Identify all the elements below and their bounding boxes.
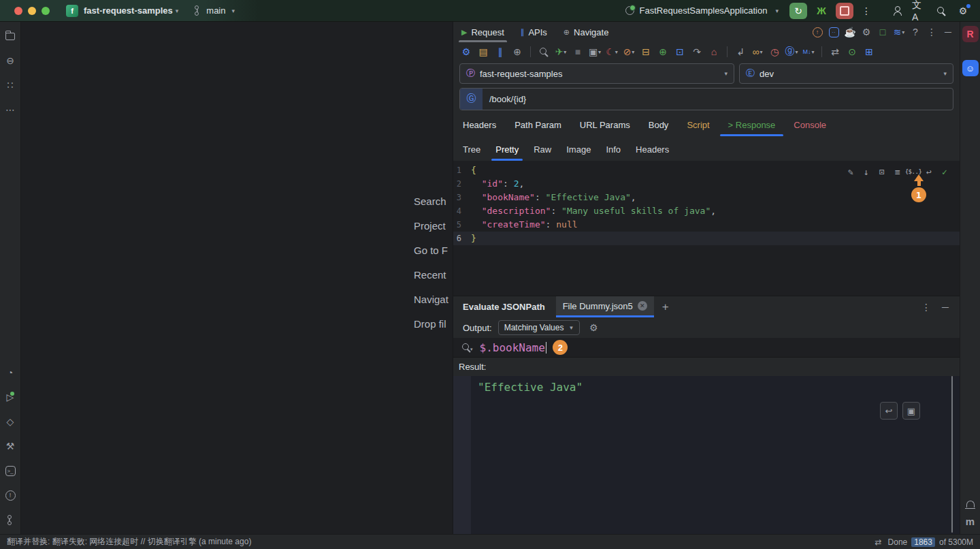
search-everywhere-icon[interactable] <box>934 3 949 18</box>
environment-select[interactable]: Ⓔ dev ▾ <box>739 63 953 84</box>
minimize-window-button[interactable] <box>28 7 36 15</box>
vertical-scrollbar[interactable] <box>951 376 953 533</box>
output-settings-gear-icon[interactable]: ⚙ <box>586 320 601 335</box>
coffee-icon[interactable]: ☕ <box>843 25 858 40</box>
fast-request-logo-icon[interactable]: R <box>962 26 979 42</box>
api-settings-icon[interactable]: ⚙ <box>459 44 474 59</box>
help-icon[interactable]: ? <box>908 25 923 40</box>
result-editor[interactable]: "Effective Java" ↩ ▣ <box>453 376 960 534</box>
valid-icon[interactable]: ✓ <box>938 165 951 178</box>
tab-script[interactable]: Script <box>687 120 709 130</box>
hide-icon[interactable]: ─ <box>941 25 956 40</box>
stop-icon[interactable]: ■ <box>570 44 585 59</box>
tab-pretty[interactable]: Pretty <box>495 144 519 155</box>
tab-info[interactable]: Info <box>606 144 621 155</box>
assistant-plugin-icon[interactable]: ☺ <box>962 60 979 76</box>
rerun-button[interactable]: ↻ <box>789 3 807 19</box>
tab-path-param[interactable]: Path Param <box>514 120 561 130</box>
search-history-icon[interactable]: ▾ <box>461 343 473 352</box>
clear-icon[interactable]: ⌂ <box>706 44 721 59</box>
redo-icon[interactable]: ↷ <box>689 44 704 59</box>
project-folder-icon[interactable] <box>3 29 18 44</box>
output-mode-select[interactable]: Matching Values ▼ <box>498 320 581 335</box>
problems-icon[interactable]: ! <box>3 488 18 503</box>
memory-used[interactable]: 1863 <box>911 537 935 547</box>
tab-tree[interactable]: Tree <box>463 144 480 155</box>
tab-file-dummy-json5[interactable]: File Dummy.json5 ✕ <box>556 296 654 317</box>
tab-headers[interactable]: Headers <box>636 144 669 155</box>
profiler-icon[interactable]: ◔ <box>3 365 18 380</box>
more-actions-button[interactable]: ⋮ <box>859 3 874 18</box>
upload-icon[interactable]: ↑ <box>810 25 825 40</box>
run-icon[interactable] <box>3 390 18 405</box>
github-icon[interactable]: ⓖ▾ <box>784 44 799 59</box>
puzzle-icon[interactable]: ⊞ <box>862 44 877 59</box>
locate-api-icon[interactable]: ⊕ <box>510 44 525 59</box>
copy-response-icon[interactable]: ⊡ <box>875 165 889 178</box>
magic-wand-icon[interactable]: ✎ <box>844 165 858 178</box>
translate-icon[interactable]: 文A <box>912 3 927 18</box>
robot-icon[interactable]: ·· <box>826 25 841 40</box>
send-icon[interactable]: ✈▾ <box>553 44 568 59</box>
tab---response[interactable]: > Response <box>728 120 776 130</box>
project-select[interactable]: Ⓟ fast-request-samples ▾ <box>459 63 734 84</box>
more-tools-icon[interactable]: ⋯ <box>3 102 18 117</box>
maven-icon[interactable]: m <box>966 516 975 527</box>
link-icon[interactable]: ∞▾ <box>750 44 765 59</box>
url-input[interactable]: Ⓖ /book/{id} <box>459 88 953 110</box>
tab-raw[interactable]: Raw <box>534 144 551 155</box>
add-tab-button[interactable]: + <box>662 300 669 314</box>
more-icon[interactable]: ⋮ <box>919 300 934 315</box>
zoom-window-button[interactable] <box>42 7 50 15</box>
import-icon[interactable]: ↲ <box>733 44 748 59</box>
save-result-button[interactable]: ▣ <box>902 402 920 420</box>
commit-icon[interactable]: ⊖ <box>3 53 18 68</box>
tab-body[interactable]: Body <box>649 120 669 130</box>
tab-url-params[interactable]: URL Params <box>580 120 630 130</box>
settings-icon[interactable]: ⚙ <box>859 25 874 40</box>
sync-icon[interactable]: ⇄ <box>828 44 843 59</box>
structure-icon[interactable]: ∷ <box>3 78 18 93</box>
close-window-button[interactable] <box>14 7 22 15</box>
soft-wrap-button[interactable]: ↩ <box>880 402 898 420</box>
tab-apis[interactable]: ∥APIs <box>521 22 547 42</box>
format-list-icon[interactable]: ≡ <box>891 165 904 178</box>
notifications-bell-icon[interactable] <box>966 501 975 507</box>
power-icon[interactable]: ⊙ <box>845 44 860 59</box>
apis-doc-icon[interactable]: ∥ <box>493 44 508 59</box>
build-icon[interactable]: ⚒ <box>3 439 18 454</box>
tab-request[interactable]: ▶Request <box>461 22 504 42</box>
markdown-icon[interactable]: M↓▾ <box>801 44 816 59</box>
history-icon[interactable]: ◷ <box>767 44 782 59</box>
tab-image[interactable]: Image <box>566 144 591 155</box>
download-icon[interactable]: ↓ <box>860 165 873 178</box>
expand-icon[interactable]: □ <box>875 25 890 40</box>
tab-console[interactable]: Console <box>794 120 826 130</box>
status-message[interactable]: 翻译并替换: 翻译失败: 网络连接超时 // 切换翻译引擎 (a minute … <box>0 536 251 548</box>
hide-icon[interactable]: ─ <box>938 300 953 315</box>
editor-empty-area[interactable]: SearchProjectGo to FRecentNavigatDrop fi… <box>22 22 453 534</box>
debug-button[interactable]: Ж <box>813 3 830 19</box>
add-user-icon[interactable] <box>890 3 905 18</box>
git-branch-icon[interactable] <box>3 512 18 527</box>
project-name[interactable]: fast-request-samples <box>84 5 173 16</box>
copy-icon[interactable]: ⊡ <box>672 44 687 59</box>
env-config-icon[interactable]: ▤ <box>476 44 491 59</box>
search-icon[interactable] <box>536 44 551 59</box>
target-icon[interactable]: ⊕ <box>655 44 670 59</box>
branch-selector[interactable]: main ▾ <box>193 5 235 16</box>
jsonpath-query-input[interactable]: $.bookName <box>480 341 545 354</box>
tab-headers[interactable]: Headers <box>463 120 496 130</box>
save-icon[interactable]: ▣▾ <box>587 44 602 59</box>
terminal-icon[interactable]: >_ <box>3 463 18 478</box>
run-configuration[interactable]: FastRequestSamplesApplication <box>640 5 768 16</box>
stop-button[interactable] <box>836 3 853 19</box>
layers-icon[interactable]: ≋▾ <box>892 25 906 40</box>
crescent-icon[interactable]: ☾▾ <box>604 44 619 59</box>
settings-icon[interactable]: ⚙ <box>956 3 970 18</box>
ban-icon[interactable]: ⊘▾ <box>621 44 636 59</box>
background-tasks-icon[interactable]: ⇄ <box>873 537 884 548</box>
response-json-editor[interactable]: 1{2 "id": 2,3 "bookName": "Effective Jav… <box>453 161 960 296</box>
more-icon[interactable]: ⋮ <box>924 25 939 40</box>
tab-navigate[interactable]: ⊕Navigate <box>564 22 609 42</box>
